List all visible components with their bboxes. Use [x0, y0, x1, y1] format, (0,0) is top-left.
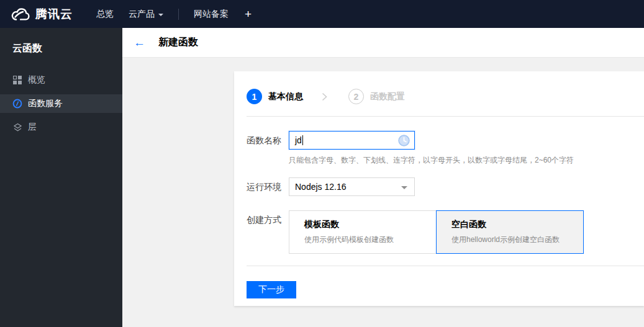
function-name-input[interactable]: jd [289, 131, 415, 150]
step-1-number: 1 [247, 89, 262, 104]
topbar: 腾讯云 总览 云产品 网站备案 + [0, 0, 644, 28]
chevron-down-icon [158, 14, 163, 16]
step-1-label: 基本信息 [268, 91, 303, 102]
scf-icon [12, 99, 22, 109]
brand-name: 腾讯云 [35, 6, 73, 22]
topnav-icp[interactable]: 网站备案 [186, 0, 236, 28]
method-card-desc: 使用示例代码模板创建函数 [304, 235, 430, 245]
page-header: ← 新建函数 [122, 28, 644, 58]
sidebar-item-label: 层 [28, 122, 37, 133]
creation-method-label: 创建方式 [247, 210, 289, 254]
step-chevron-icon [322, 92, 327, 101]
add-tab-button[interactable]: + [236, 0, 260, 28]
step-2-number: 2 [348, 89, 364, 104]
next-step-button[interactable]: 下一步 [247, 281, 296, 298]
topnav-divider [178, 9, 179, 20]
sidebar-item-overview[interactable]: 概览 [0, 71, 122, 89]
function-name-field-group: jd 只能包含字母、数字、下划线、连字符，以字母开头，以数字或字母结尾，2~6 [289, 131, 574, 166]
grid-icon [12, 75, 22, 85]
step-2-label: 函数配置 [370, 91, 405, 102]
method-card-desc: 使用helloworld示例创建空白函数 [451, 235, 577, 245]
function-name-row: 函数名称 jd [247, 131, 644, 166]
method-card-template[interactable]: 模板函数 使用示例代码模板创建函数 [289, 210, 437, 254]
topnav-overview-label: 总览 [96, 9, 114, 20]
clock-validating-icon [398, 135, 410, 149]
sidebar-title: 云函数 [0, 28, 122, 55]
method-card-title: 空白函数 [451, 219, 577, 230]
topnav-icp-label: 网站备案 [194, 9, 229, 20]
create-function-card: 1 基本信息 2 函数配置 函数名称 [234, 71, 644, 306]
runtime-row: 运行环境 Nodejs 12.16 [247, 177, 644, 196]
create-function-form: 函数名称 jd [234, 117, 644, 254]
topnav: 总览 云产品 网站备案 + [89, 0, 260, 28]
sidebar: 云函数 概览 [0, 28, 122, 327]
method-card-blank[interactable]: 空白函数 使用helloworld示例创建空白函数 [436, 210, 584, 254]
function-name-hint: 只能包含字母、数字、下划线、连字符，以字母开头，以数字或字母结尾，2~60个字符 [289, 155, 574, 166]
topnav-products[interactable]: 云产品 [121, 0, 171, 28]
layers-icon [12, 122, 22, 132]
text-cursor [302, 135, 303, 145]
brand[interactable]: 腾讯云 [9, 6, 73, 22]
content: ← 新建函数 1 基本信息 2 函数配置 [122, 28, 644, 327]
tencent-cloud-logo-icon [9, 7, 30, 21]
footer-divider [247, 266, 644, 266]
topnav-products-label: 云产品 [129, 9, 155, 20]
function-name-label: 函数名称 [247, 131, 289, 166]
runtime-selected-value: Nodejs 12.16 [295, 182, 347, 192]
arrow-left-icon[interactable]: ← [134, 37, 145, 48]
runtime-label: 运行环境 [247, 177, 289, 196]
sidebar-item-label: 函数服务 [28, 98, 63, 109]
wizard-steps: 1 基本信息 2 函数配置 [234, 71, 644, 104]
sidebar-item-label: 概览 [28, 74, 45, 86]
dropdown-arrow-icon [401, 186, 407, 189]
page-title: 新建函数 [158, 36, 198, 49]
creation-method-options: 模板函数 使用示例代码模板创建函数 空白函数 使用helloworld示例创建空… [289, 210, 584, 254]
creation-method-row: 创建方式 模板函数 使用示例代码模板创建函数 空白函数 使用helloworld… [247, 210, 644, 254]
step-basic-info: 1 基本信息 [247, 89, 303, 104]
sidebar-item-function-service[interactable]: 函数服务 [0, 94, 122, 113]
runtime-select[interactable]: Nodejs 12.16 [289, 177, 415, 196]
function-name-value: jd [295, 135, 302, 145]
topnav-overview[interactable]: 总览 [89, 0, 121, 28]
sidebar-menu: 概览 函数服务 层 [0, 71, 122, 137]
sidebar-item-layers[interactable]: 层 [0, 118, 122, 137]
main-layout: 云函数 概览 [0, 28, 644, 327]
method-card-title: 模板函数 [304, 219, 430, 230]
step-function-config: 2 函数配置 [348, 89, 405, 104]
